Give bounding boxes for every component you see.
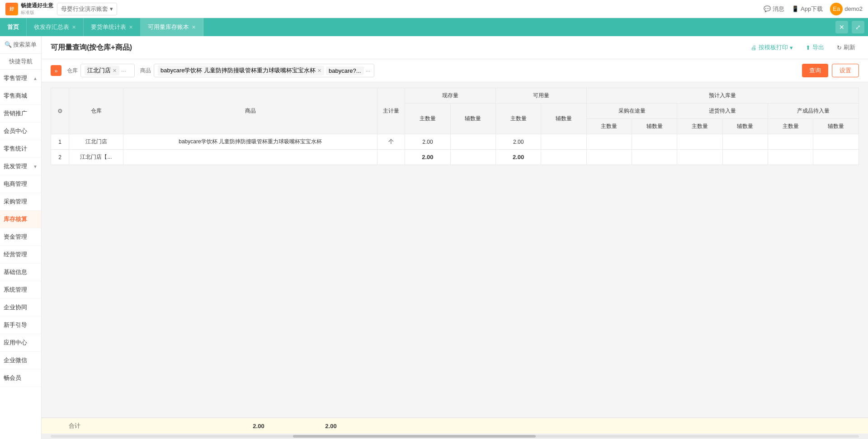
app-download-btn[interactable]: 📱 App下载	[792, 5, 823, 13]
sidebar-item-finance[interactable]: 资金管理	[0, 228, 41, 246]
sidebar-item-retail-mgmt[interactable]: 零售管理 ▲	[0, 70, 41, 87]
product-input[interactable]: babycare学饮杯 儿童防摔防撞吸管杯重力球吸嘴杯宝宝水杯 ✕ babyca…	[154, 64, 374, 77]
th-production-aux: 辅数量	[813, 119, 859, 134]
row-available-main: 2.00	[495, 134, 541, 150]
footer-available-aux	[349, 423, 385, 430]
product-filter: 商品 babycare学饮杯 儿童防摔防撞吸管杯重力球吸嘴杯宝宝水杯 ✕ bab…	[140, 64, 374, 77]
export-btn[interactable]: ⬆ 导出	[802, 42, 828, 53]
warehouse-input[interactable]: 江北门店 ✕ ···	[80, 64, 135, 77]
sidebar-item-system[interactable]: 系统管理	[0, 281, 41, 299]
sidebar-item-app-center[interactable]: 应用中心	[0, 334, 41, 352]
refresh-label: 刷新	[844, 43, 855, 52]
row-inbound-aux	[722, 150, 768, 165]
sidebar-item-purchase[interactable]: 采购管理	[0, 193, 41, 211]
tab-order-stats[interactable]: 要货单统计表 ✕	[84, 18, 141, 36]
dropdown-icon: ▾	[110, 5, 113, 12]
sidebar-item-ecommerce[interactable]: 电商管理	[0, 175, 41, 193]
sidebar-item-label: 电商管理	[4, 180, 27, 188]
row-production-main	[768, 150, 813, 165]
th-warehouse: 仓库	[69, 88, 123, 134]
sidebar-item-wholesale-mgmt[interactable]: 批发管理 ▼	[0, 158, 41, 175]
th-product: 商品	[123, 88, 377, 134]
logo-text-area: 畅捷通好生意 标准版	[21, 2, 53, 16]
warehouse-filter-label: 仓库	[67, 67, 78, 75]
message-btn[interactable]: 💬 消息	[764, 5, 784, 13]
close-all-btn[interactable]: ✕	[835, 21, 848, 33]
th-forecast-group: 预计入库量	[586, 88, 859, 104]
th-stock-main: 主数量	[405, 104, 450, 134]
home-label: 首页	[7, 23, 19, 31]
table-row: 1 江北门店 babycare学饮杯 儿童防摔防撞吸管杯重力球吸嘴杯宝宝水杯 个…	[51, 134, 859, 150]
tab-home[interactable]: 首页	[0, 18, 27, 36]
row-purchase-aux	[632, 134, 677, 150]
sidebar-item-operation[interactable]: 经营管理	[0, 246, 41, 264]
remove-product-1-icon[interactable]: ✕	[317, 68, 321, 74]
sidebar-item-basic-info[interactable]: 基础信息	[0, 264, 41, 281]
row-inbound-aux	[722, 134, 768, 150]
th-available-main: 主数量	[495, 104, 541, 134]
sidebar-item-label: 采购管理	[4, 198, 27, 206]
sidebar-item-retail-stats[interactable]: 零售统计	[0, 140, 41, 158]
message-icon: 💬	[764, 5, 771, 12]
app-subtitle: 标准版	[21, 9, 53, 16]
double-right-icon: »	[54, 67, 57, 74]
th-settings[interactable]: ⚙	[51, 88, 69, 134]
sidebar-quick-nav[interactable]: 快捷导航	[0, 54, 41, 70]
sidebar-item-member-center[interactable]: 会员中心	[0, 123, 41, 140]
tab-receivable-summary[interactable]: 收发存汇总表 ✕	[27, 18, 84, 36]
main-layout: 🔍 搜索菜单 快捷导航 零售管理 ▲ 零售商城 营销推广 会员中心 零售统计 批…	[0, 36, 868, 439]
chevron-up-icon: ▲	[33, 76, 38, 81]
sidebar-item-label: 库存核算	[4, 215, 27, 223]
row-stock-main: 2.00	[405, 134, 450, 150]
sidebar-item-inventory[interactable]: 库存核算	[0, 211, 41, 228]
scrollbar-area	[42, 434, 868, 439]
tab-available-inventory[interactable]: 可用量库存账本 ✕	[141, 18, 203, 36]
search-label: 搜索菜单	[13, 41, 37, 48]
product-tag-1-value: babycare学饮杯 儿童防摔防撞吸管杯重力球吸嘴杯宝宝水杯	[160, 66, 316, 75]
refresh-btn[interactable]: ↻ 刷新	[833, 42, 859, 53]
filter-bar: » 仓库 江北门店 ✕ ··· 商品 babycare学饮杯 儿童防摔防撞吸管杯…	[42, 59, 868, 82]
scrollbar-track[interactable]	[51, 435, 859, 438]
top-bar-right: 💬 消息 📱 App下载 Ea demo2	[764, 3, 863, 15]
sidebar-item-marketing[interactable]: 营销推广	[0, 105, 41, 123]
page-title: 可用量查询(按仓库+商品)	[51, 43, 132, 52]
th-unit: 主计量	[377, 88, 405, 134]
product-filter-label: 商品	[140, 67, 151, 75]
settings-button[interactable]: 设置	[832, 64, 859, 77]
filter-actions: 查询 设置	[802, 64, 859, 77]
user-name: demo2	[844, 5, 863, 12]
sidebar-search[interactable]: 🔍 搜索菜单	[0, 36, 41, 54]
table-row: 2 江北门店【... 2.00 2.00	[51, 150, 859, 165]
expand-btn[interactable]: ⤢	[852, 21, 864, 33]
th-purchase-group: 采购在途量	[586, 104, 677, 119]
more-icon[interactable]: ···	[366, 67, 371, 74]
search-icon: 🔍	[5, 41, 12, 48]
print-btn[interactable]: 🖨 按模板打印 ▾	[747, 42, 797, 53]
expand-filter-btn[interactable]: »	[51, 65, 61, 76]
row-num: 1	[51, 134, 69, 150]
sidebar-item-label: 企业微信	[4, 356, 27, 364]
scrollbar-thumb[interactable]	[293, 435, 535, 438]
page-header-actions: 🖨 按模板打印 ▾ ⬆ 导出 ↻ 刷新	[747, 42, 859, 53]
sidebar-item-wechat[interactable]: 企业微信	[0, 352, 41, 369]
close-icon[interactable]: ✕	[129, 24, 133, 30]
row-unit	[377, 150, 405, 165]
user-area[interactable]: Ea demo2	[830, 3, 863, 15]
avatar: Ea	[830, 3, 843, 15]
query-button[interactable]: 查询	[802, 64, 828, 77]
industry-selector[interactable]: 母婴行业演示账套 ▾	[57, 3, 117, 15]
more-icon[interactable]: ···	[121, 67, 126, 74]
sidebar-item-member[interactable]: 畅会员	[0, 369, 41, 387]
row-warehouse: 江北门店	[69, 134, 123, 150]
sidebar-item-retail-mall[interactable]: 零售商城	[0, 87, 41, 105]
data-table: ⚙ 仓库 商品 主计量 现存量 可用量 预计入库量 主数量 辅数量 主数量 辅数…	[51, 88, 859, 165]
row-available-aux	[541, 150, 586, 165]
close-icon[interactable]: ✕	[192, 24, 196, 30]
close-icon[interactable]: ✕	[72, 24, 76, 30]
sidebar-item-enterprise[interactable]: 企业协同	[0, 299, 41, 316]
remove-warehouse-icon[interactable]: ✕	[113, 68, 117, 74]
top-bar-left: 好 畅捷通好生意 标准版 母婴行业演示账套 ▾	[5, 2, 117, 16]
print-icon: 🖨	[751, 44, 757, 51]
th-production-main: 主数量	[768, 119, 813, 134]
sidebar-item-guide[interactable]: 新手引导	[0, 316, 41, 334]
